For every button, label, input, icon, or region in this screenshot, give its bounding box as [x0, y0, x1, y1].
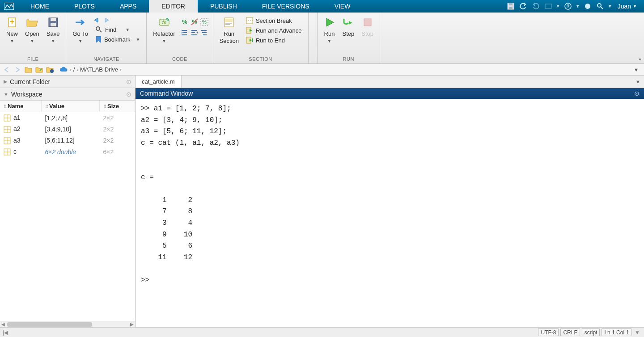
indent-icon[interactable] — [181, 29, 189, 37]
group-label: FILE — [3, 56, 63, 63]
svg-rect-3 — [509, 3, 513, 5]
svg-rect-2 — [509, 7, 513, 9]
run-to-end-button[interactable]: Run to End — [243, 36, 305, 45]
nav-forward-icon[interactable] — [13, 65, 22, 74]
path-dropdown-icon[interactable]: ▼ — [634, 67, 641, 72]
breadcrumb-separator-icon: › — [76, 67, 78, 72]
user-menu[interactable]: Juan▼ — [615, 3, 640, 10]
group-section: Run Section Section Break Run and Advanc… — [213, 13, 309, 63]
scroll-right-icon[interactable]: ▶ — [129, 321, 135, 328]
go-to-start-icon[interactable]: |◀ — [3, 329, 12, 336]
bookmark-button[interactable]: Bookmark▼ — [93, 35, 143, 44]
run-advance-button[interactable]: Run and Advance — [243, 26, 305, 35]
col-header-size[interactable]: ⠿Size — [100, 101, 135, 112]
table-row[interactable]: c 6×2 double 6×2 — [0, 146, 135, 157]
search-icon[interactable] — [595, 2, 605, 11]
group-label: RUN — [320, 56, 377, 63]
section-break-button[interactable]: Section Break — [243, 16, 305, 25]
file-tab[interactable]: cat_article.m — [136, 76, 182, 88]
tab-overflow-icon[interactable]: ▼ — [636, 79, 644, 84]
variable-icon — [4, 137, 11, 144]
dropdown-icon[interactable]: ▼ — [608, 2, 612, 11]
minimize-ribbon-icon[interactable]: ▴ — [639, 55, 641, 62]
status-cursor: Ln 1 Col 1 — [602, 329, 631, 336]
uncomment-icon[interactable]: % — [191, 18, 199, 26]
col-header-value[interactable]: ⠿Value — [41, 101, 99, 112]
group-spacer — [309, 13, 318, 63]
command-window[interactable]: >> a1 = [1, 2; 7, 8]; a2 = [3, 4; 9, 10]… — [136, 99, 644, 327]
outdent-icon[interactable] — [191, 29, 199, 37]
group-label: CODE — [149, 56, 210, 63]
panel-options-icon[interactable]: ⊙ — [126, 78, 131, 85]
group-navigate: Go To▼ Find▼ Bookmark▼ NAVIGATE — [66, 13, 147, 63]
panel-options-icon[interactable]: ⊙ — [126, 91, 131, 98]
left-sidebar: ▶ Current Folder ⊙ ▼ Workspace ⊙ ⠿Name ⠿… — [0, 76, 136, 327]
undo-icon[interactable] — [518, 2, 528, 11]
save-button[interactable]: Save▼ — [43, 14, 64, 45]
nav-back-icon[interactable] — [93, 17, 102, 23]
table-row[interactable]: a2 [3,4;9,10] 2×2 — [0, 123, 135, 135]
run-section-button[interactable]: Run Section — [216, 14, 242, 46]
tab-publish[interactable]: PUBLISH — [198, 0, 250, 13]
cloud-icon[interactable] — [59, 67, 68, 73]
dropdown-icon[interactable]: ▼ — [556, 2, 560, 11]
folder-up-icon[interactable] — [24, 65, 33, 74]
toolstrip-ribbon: + New▼ Open▼ Save▼ FILE Go To▼ — [0, 13, 644, 64]
nav-forward-icon[interactable] — [103, 17, 111, 23]
help-icon[interactable]: ? — [563, 2, 573, 11]
globe-icon[interactable] — [583, 2, 593, 11]
table-row[interactable]: a3 [5,6;11,12] 2×2 — [0, 135, 135, 146]
tab-plots[interactable]: PLOTS — [62, 0, 107, 13]
breadcrumb-item[interactable]: MATLAB Drive — [80, 66, 118, 73]
nav-back-icon[interactable] — [3, 65, 12, 74]
svg-rect-4 — [545, 4, 551, 8]
folder-open-icon[interactable] — [35, 65, 44, 74]
svg-point-15 — [96, 27, 100, 30]
tab-view[interactable]: VIEW — [322, 0, 363, 13]
editor-area: cat_article.m ▼ Command Window ⊙ >> a1 =… — [136, 76, 644, 327]
svg-line-16 — [100, 30, 102, 32]
refactor-button[interactable]: fx Refactor▼ — [149, 14, 178, 45]
svg-rect-42 — [364, 19, 371, 26]
folder-drive-icon[interactable] — [46, 65, 55, 74]
table-row[interactable]: a1 [1,2;7,8] 2×2 — [0, 112, 135, 124]
status-encoding[interactable]: UTF-8 — [538, 329, 559, 336]
run-button[interactable]: Run▼ — [320, 14, 339, 45]
open-button[interactable]: Open▼ — [21, 14, 43, 45]
comment-icon[interactable]: % — [181, 18, 189, 26]
workspace-header[interactable]: ▼ Workspace ⊙ — [0, 88, 135, 101]
svg-rect-37 — [246, 17, 253, 24]
save-quick-icon[interactable] — [506, 2, 516, 11]
breadcrumb-root[interactable]: / — [73, 66, 75, 73]
step-button[interactable]: Step — [339, 14, 358, 39]
svg-rect-14 — [51, 18, 56, 21]
col-header-name[interactable]: ⠿Name — [0, 101, 41, 112]
panel-options-icon[interactable]: ⊙ — [634, 90, 640, 97]
find-button[interactable]: Find▼ — [93, 25, 143, 34]
variable-icon — [4, 148, 11, 156]
svg-text:?: ? — [566, 4, 569, 9]
smart-indent-icon[interactable] — [200, 29, 208, 37]
workspace-table: ⠿Name ⠿Value ⠿Size a1 [1,2;7,8] 2×2 a2 [… — [0, 101, 135, 321]
status-bar: |◀ UTF-8 CRLF script Ln 1 Col 1 ▼ — [0, 327, 644, 337]
new-button[interactable]: + New▼ — [3, 14, 21, 45]
status-dropdown-icon[interactable]: ▼ — [633, 329, 641, 336]
current-folder-header[interactable]: ▶ Current Folder ⊙ — [0, 76, 135, 88]
dropdown-icon[interactable]: ▼ — [576, 2, 580, 11]
goto-button[interactable]: Go To▼ — [69, 14, 91, 45]
horizontal-scrollbar[interactable]: ◀ ▶ — [0, 321, 135, 327]
tab-apps[interactable]: APPS — [107, 0, 149, 13]
status-filetype[interactable]: script — [582, 329, 600, 336]
status-eol[interactable]: CRLF — [560, 329, 580, 336]
scroll-thumb[interactable] — [7, 322, 92, 327]
redo-icon[interactable] — [531, 2, 541, 11]
address-bar: › / › MATLAB Drive › ▼ — [0, 64, 644, 76]
svg-text:+: + — [10, 17, 15, 26]
tab-home[interactable]: HOME — [18, 0, 62, 13]
tab-editor[interactable]: EDITOR — [149, 0, 198, 13]
comment-wrap-icon[interactable]: % — [200, 18, 208, 26]
tab-file-versions[interactable]: FILE VERSIONS — [250, 0, 322, 13]
scroll-left-icon[interactable]: ◀ — [0, 321, 6, 328]
stop-button[interactable]: Stop — [358, 14, 377, 39]
command-window-header[interactable]: Command Window ⊙ — [136, 88, 644, 99]
